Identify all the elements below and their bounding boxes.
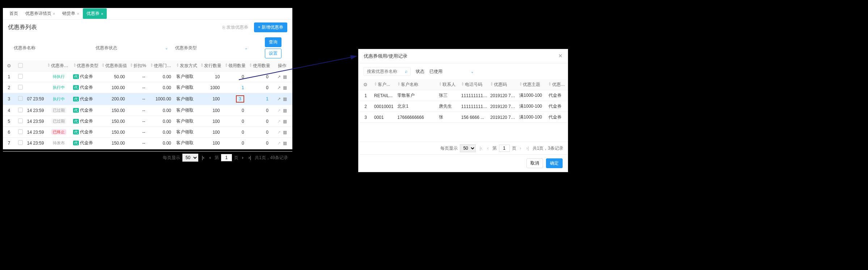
modal-per-page-select[interactable]: 50 <box>460 144 476 152</box>
tab-优惠券[interactable]: 优惠券× <box>83 8 107 19</box>
table-row[interactable]: 200010001北京1唐先生111111111112019120 70...满… <box>359 101 568 112</box>
share-icon[interactable]: ↗ <box>277 74 281 79</box>
close-icon[interactable]: × <box>53 12 55 16</box>
mcol-type[interactable]: 优惠券类 <box>552 82 568 87</box>
modal-status-select[interactable]: 已使用 <box>429 68 466 75</box>
col-status[interactable]: 优惠券状态 <box>51 63 72 68</box>
col-type[interactable]: 优惠券类型 <box>77 63 98 68</box>
table-row[interactable]: 1待执行代代金券50.00--0.00客户领取1000↗▦ <box>3 71 292 82</box>
add-coupon-button[interactable]: + 新增优惠券 <box>254 22 287 32</box>
qr-icon[interactable]: ▦ <box>283 119 287 124</box>
share-icon: ↗ <box>277 119 281 124</box>
table-row[interactable]: 414 23:59已过期代代金券150.00--0.00客户领取10000↗▦ <box>3 105 292 116</box>
table-row[interactable]: 814 23:59待发布代代金券150.00--0.00客户领取10000↗▦ <box>3 149 292 151</box>
claimed-link[interactable]: 1 <box>242 85 244 90</box>
table-row[interactable]: 2执行中代代金券100.00--0.00客户领取100010↗▦ <box>3 82 292 93</box>
query-button[interactable]: 查询 <box>265 37 281 47</box>
qr-icon[interactable]: ▦ <box>283 108 287 113</box>
status-badge: 执行中 <box>51 96 66 101</box>
gear-icon[interactable]: ⚙ <box>363 82 368 87</box>
mcol-contact[interactable]: 联系人 <box>443 82 456 87</box>
prev-page-button[interactable]: ‹ <box>208 155 212 160</box>
next-page-button[interactable]: › <box>241 155 245 160</box>
row-checkbox[interactable] <box>18 119 23 123</box>
mcol-phone[interactable]: 电话号码 <box>465 82 482 87</box>
modal-last-page[interactable]: ›| <box>525 146 530 151</box>
col-threshold[interactable]: 使用门槛... <box>154 63 175 68</box>
claimed-link[interactable]: 3 <box>236 95 244 103</box>
confirm-button[interactable]: 确定 <box>546 158 563 168</box>
close-icon[interactable]: × <box>77 12 79 16</box>
table-row[interactable]: 3000117666666666张156 6666 ...2019120 70.… <box>359 112 568 123</box>
table-row[interactable]: 714 23:59待发布代代金券150.00--0.00客户领取10000↗▦ <box>3 138 292 149</box>
qr-icon[interactable]: ▦ <box>283 130 287 135</box>
filter-status-select[interactable] <box>119 46 163 49</box>
col-discount[interactable]: 折扣% <box>134 63 146 68</box>
gear-icon[interactable]: ⚙ <box>7 63 11 68</box>
gift-icon: ⎘ <box>223 25 225 30</box>
per-page-select[interactable]: 50 <box>182 154 198 162</box>
tab-首页[interactable]: 首页 <box>6 8 22 19</box>
mcol-code[interactable]: 优惠码 <box>494 82 507 87</box>
type-badge: 代 <box>73 85 79 90</box>
qr-icon[interactable]: ▦ <box>283 74 287 79</box>
table-row[interactable]: 514 23:59已过期代代金券150.00--0.00客户领取10000↗▦ <box>3 116 292 127</box>
filter-name-input[interactable] <box>38 44 88 52</box>
col-used[interactable]: 使用数量 <box>253 63 270 68</box>
coupon-table: ⚙ ▲▼优惠券状态 ▲▼优惠券类型 ▲▼优惠券面值 ▲▼折扣% ▲▼使用门槛..… <box>3 61 292 151</box>
modal-prev-page[interactable]: ‹ <box>486 146 490 151</box>
search-icon[interactable]: ⌕ <box>405 69 407 74</box>
distribute-coupon-button[interactable]: ⎘发放优惠券 <box>219 23 252 32</box>
row-checkbox[interactable] <box>18 151 23 151</box>
last-page-button[interactable]: ›| <box>247 155 253 160</box>
modal-next-page[interactable]: › <box>518 146 523 151</box>
mcol-custno[interactable]: 客户... <box>378 82 390 87</box>
modal-first-page[interactable]: |‹ <box>478 146 483 151</box>
first-page-button[interactable]: |‹ <box>200 155 206 160</box>
settings-button[interactable]: 设置 <box>265 49 281 58</box>
col-claimed[interactable]: 领用数量 <box>228 63 246 68</box>
row-checkbox[interactable] <box>18 129 23 134</box>
tab-bar: 首页优惠券详情页×销货单×优惠券× <box>3 8 292 20</box>
usage-record-modal: 优惠券领用/使用记录 ✕ ⌕ 状态 已使用 ⌄ ⚙ ▲▼客户... ▲▼客户名称… <box>358 49 568 172</box>
qr-icon[interactable]: ▦ <box>283 85 287 90</box>
qr-icon[interactable]: ▦ <box>283 96 287 101</box>
type-badge: 代 <box>73 74 79 79</box>
row-checkbox[interactable] <box>18 140 23 145</box>
usage-table: ⚙ ▲▼客户... ▲▼客户名称 ▲▼联系人 ▲▼电话号码 ▲▼优惠码 ▲▼优惠… <box>359 79 568 123</box>
close-icon[interactable]: × <box>101 12 103 16</box>
share-icon[interactable]: ↗ <box>277 85 281 90</box>
share-icon[interactable]: ↗ <box>277 96 281 101</box>
table-row[interactable]: 614 23:59已终止代代金券150.00--0.00客户领取10000↗▦ <box>3 127 292 138</box>
modal-page-input[interactable] <box>499 145 510 152</box>
col-face[interactable]: 优惠券面值 <box>105 63 127 68</box>
mcol-subject[interactable]: 优惠主题 <box>523 82 540 87</box>
modal-search-input[interactable] <box>367 69 405 74</box>
page-input[interactable] <box>221 154 232 161</box>
mcol-custname[interactable]: 客户名称 <box>401 82 418 87</box>
tab-销货单[interactable]: 销货单× <box>59 8 82 19</box>
filter-type-select[interactable] <box>199 46 242 49</box>
used-link[interactable]: 1 <box>266 96 268 101</box>
row-checkbox[interactable] <box>18 85 23 90</box>
col-method[interactable]: 发放方式 <box>180 63 197 68</box>
modal-title: 优惠券领用/使用记录 <box>364 53 407 59</box>
qr-icon[interactable]: ▦ <box>283 141 287 146</box>
pagination-summary: 共1页，49条记录 <box>255 155 288 161</box>
select-all-checkbox[interactable] <box>18 63 23 68</box>
tab-优惠券详情页[interactable]: 优惠券详情页× <box>22 8 59 19</box>
close-icon[interactable]: ✕ <box>558 53 563 59</box>
row-checkbox[interactable] <box>18 74 23 79</box>
table-row[interactable]: 307 23:59执行中代代金券200.00--1000.00客户领取10031… <box>3 93 292 105</box>
cancel-button[interactable]: 取消 <box>526 158 543 168</box>
row-checkbox[interactable] <box>18 108 23 112</box>
page-title: 优惠券列表 <box>8 24 37 31</box>
per-page-label: 每页显示 <box>163 155 180 161</box>
row-checkbox[interactable] <box>18 96 23 101</box>
table-row[interactable]: 1RETAIL...零散客户张三111111111112019120 70...… <box>359 90 568 101</box>
status-badge: 已终止 <box>51 129 66 134</box>
modal-search-box[interactable]: ⌕ <box>364 67 411 76</box>
pagination: 每页显示 50 |‹ ‹ 第 页 › ›| 共1页，49条记录 <box>3 151 292 164</box>
type-badge: 代 <box>73 119 79 124</box>
col-issued[interactable]: 发行数量 <box>204 63 221 68</box>
